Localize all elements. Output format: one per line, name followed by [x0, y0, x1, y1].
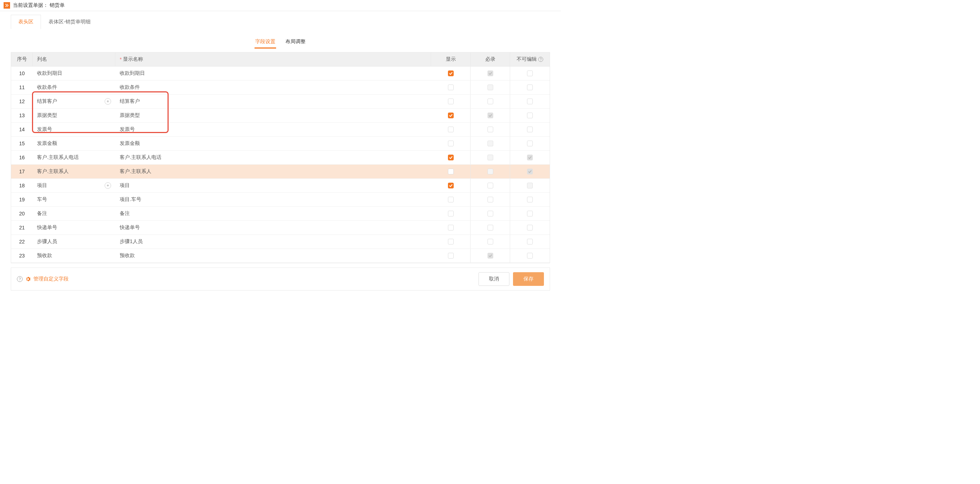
footer-right: 取消 保存: [479, 272, 544, 286]
cell-display-name[interactable]: 客户.主联系人电话: [115, 151, 431, 164]
cell-display-name[interactable]: 项目: [115, 179, 431, 193]
checkbox-show[interactable]: [448, 253, 454, 258]
col-name-text: 车号: [37, 196, 47, 203]
checkbox-required: [487, 113, 493, 118]
header-show: 显示: [431, 53, 471, 66]
checkbox-noedit: [527, 183, 533, 188]
cell-display-name[interactable]: 客户.主联系人: [115, 165, 431, 178]
checkbox-required[interactable]: [487, 99, 493, 104]
footer-left: ? 管理自定义字段: [17, 276, 68, 282]
cell-required: [471, 235, 510, 248]
checkbox-noedit[interactable]: [527, 253, 533, 258]
checkbox-noedit[interactable]: [527, 113, 533, 118]
subtab-0[interactable]: 字段设置: [255, 36, 276, 47]
cell-display-name[interactable]: 票据类型: [115, 108, 431, 122]
footer-help-icon[interactable]: ?: [17, 276, 23, 282]
checkbox-required: [487, 70, 493, 76]
cell-display-name[interactable]: 备注: [115, 207, 431, 220]
save-button[interactable]: 保存: [513, 272, 544, 286]
checkbox-noedit[interactable]: [527, 99, 533, 104]
plus-icon[interactable]: +: [105, 98, 111, 105]
checkbox-show[interactable]: [448, 211, 454, 217]
cell-show: [431, 123, 471, 136]
tab-1[interactable]: 表体区-销货单明细: [41, 15, 98, 29]
cell-col-name: 发票金额: [33, 137, 115, 150]
checkbox-show[interactable]: [448, 141, 454, 146]
checkbox-show[interactable]: [448, 99, 454, 104]
cell-noedit: [510, 81, 550, 94]
cell-col-name: 收款到期日: [33, 67, 115, 80]
cell-display-name[interactable]: 收款条件: [115, 81, 431, 94]
table-header-row: 序号 列名 *显示名称 显示 必录 不可编辑?: [11, 53, 550, 67]
cell-seq: 23: [11, 249, 33, 263]
checkbox-noedit[interactable]: [527, 225, 533, 231]
header-noedit-label: 不可编辑: [517, 56, 537, 62]
cell-col-name: 票据类型: [33, 108, 115, 122]
table-row: 21快递单号快递单号: [11, 221, 550, 235]
checkbox-noedit[interactable]: [527, 141, 533, 146]
expand-button[interactable]: [3, 2, 10, 9]
cell-display-name[interactable]: 快递单号: [115, 221, 431, 234]
checkbox-required[interactable]: [487, 239, 493, 245]
cancel-button[interactable]: 取消: [479, 272, 509, 286]
checkbox-required[interactable]: [487, 127, 493, 132]
cell-noedit: [510, 221, 550, 234]
cell-display-name[interactable]: 收款到期日: [115, 67, 431, 80]
checkbox-noedit[interactable]: [527, 127, 533, 132]
cell-display-name[interactable]: 预收款: [115, 249, 431, 263]
manage-custom-fields-link[interactable]: 管理自定义字段: [33, 276, 68, 282]
cell-col-name: 车号: [33, 193, 115, 206]
cell-seq: 22: [11, 235, 33, 248]
checkbox-show[interactable]: [448, 197, 454, 202]
cell-show: [431, 151, 471, 164]
cell-seq: 13: [11, 108, 33, 122]
cell-display-name[interactable]: 发票金额: [115, 137, 431, 150]
checkbox-noedit[interactable]: [527, 211, 533, 217]
cell-display-name[interactable]: 发票号: [115, 123, 431, 136]
checkbox-show[interactable]: [448, 84, 454, 90]
checkbox-required: [487, 169, 493, 174]
checkbox-required[interactable]: [487, 183, 493, 188]
col-name-text: 客户.主联系人: [37, 168, 68, 175]
header-seq-label: 序号: [17, 56, 27, 62]
table-row: 20备注备注: [11, 207, 550, 221]
checkbox-show[interactable]: [448, 70, 454, 76]
help-icon[interactable]: ?: [538, 57, 543, 62]
cell-required: [471, 165, 510, 178]
subtab-1[interactable]: 布局调整: [285, 36, 306, 47]
header-display-name-label: 显示名称: [123, 56, 143, 62]
col-name-text: 收款条件: [37, 84, 57, 91]
checkbox-noedit[interactable]: [527, 84, 533, 90]
cell-display-name[interactable]: 结算客户: [115, 95, 431, 108]
cell-required: [471, 67, 510, 80]
cell-required: [471, 123, 510, 136]
table-row: 13票据类型票据类型: [11, 108, 550, 123]
checkbox-show[interactable]: [448, 154, 454, 160]
plus-icon[interactable]: +: [105, 182, 111, 189]
checkbox-show[interactable]: [448, 183, 454, 188]
checkbox-noedit[interactable]: [527, 197, 533, 202]
cell-seq: 19: [11, 193, 33, 206]
cell-display-name[interactable]: 项目.车号: [115, 193, 431, 206]
checkbox-required[interactable]: [487, 225, 493, 231]
checkbox-required[interactable]: [487, 211, 493, 217]
cell-show: [431, 221, 471, 234]
cell-display-name[interactable]: 步骤1人员: [115, 235, 431, 248]
checkbox-show[interactable]: [448, 225, 454, 231]
checkbox-noedit[interactable]: [527, 239, 533, 245]
tab-0[interactable]: 表头区: [11, 15, 41, 29]
checkbox-show[interactable]: [448, 169, 454, 174]
cell-col-name: 收款条件: [33, 81, 115, 94]
col-name-text: 步骤人员: [37, 239, 57, 245]
cell-show: [431, 235, 471, 248]
col-name-text: 预收款: [37, 252, 52, 259]
checkbox-noedit[interactable]: [527, 70, 533, 76]
header-show-label: 显示: [446, 56, 456, 62]
cell-noedit: [510, 123, 550, 136]
checkbox-required: [487, 154, 493, 160]
checkbox-show[interactable]: [448, 127, 454, 132]
checkbox-required[interactable]: [487, 197, 493, 202]
cell-seq: 16: [11, 151, 33, 164]
checkbox-show[interactable]: [448, 113, 454, 118]
checkbox-show[interactable]: [448, 239, 454, 245]
